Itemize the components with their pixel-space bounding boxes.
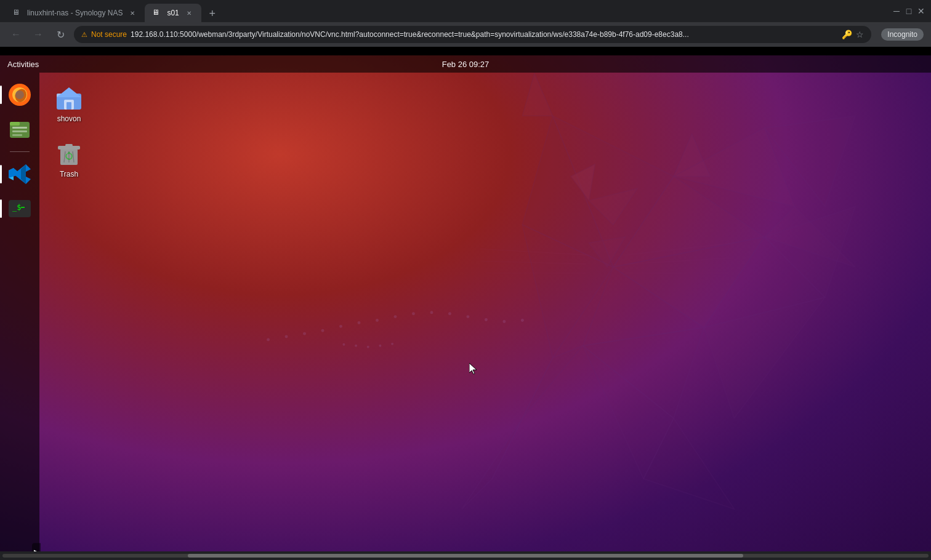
forward-button[interactable]: → — [30, 26, 47, 43]
tab-nas-favicon: 🖥 — [12, 8, 22, 18]
close-button[interactable]: ✕ — [916, 6, 926, 16]
scrollbar-thumb[interactable] — [188, 554, 743, 558]
trash-svg — [54, 138, 84, 167]
svg-marker-58 — [21, 164, 26, 184]
svg-marker-66 — [57, 87, 81, 97]
svg-text:_$: _$ — [12, 203, 21, 212]
title-bar: 🖥 linuxhint-nas - Synology NAS ✕ 🖥 s01 ✕… — [0, 0, 931, 22]
vscode-icon — [7, 162, 32, 186]
trash-icon-img — [54, 138, 84, 167]
new-tab-button[interactable]: + — [204, 5, 221, 22]
svg-rect-55 — [12, 130, 27, 132]
desktop-icon-home[interactable]: shovon — [44, 78, 94, 128]
tab-nas-close[interactable]: ✕ — [127, 8, 137, 18]
star-icon[interactable]: ☆ — [856, 30, 864, 39]
trash-icon-label: Trash — [60, 170, 78, 178]
home-icon-label: shovon — [57, 114, 81, 123]
scrollbar-track[interactable] — [2, 554, 929, 558]
tab-s01-close[interactable]: ✕ — [184, 8, 194, 18]
svg-rect-54 — [12, 127, 27, 129]
dock-item-files[interactable] — [5, 114, 34, 144]
dock-divider — [10, 151, 30, 152]
home-folder-icon-img — [54, 82, 84, 112]
reload-button[interactable]: ↻ — [52, 26, 69, 43]
security-label: Not secure — [91, 30, 127, 39]
tab-nas[interactable]: 🖥 linuxhint-nas - Synology NAS ✕ — [5, 4, 145, 22]
svg-rect-68 — [66, 102, 71, 110]
url-bar[interactable]: ⚠ Not secure 192.168.0.110:5000/webman/3… — [74, 26, 871, 43]
dock-item-terminal[interactable]: _$ — [5, 194, 34, 223]
gnome-dock: _$ ▶ — [0, 73, 39, 551]
tab-s01-label: s01 — [167, 9, 179, 17]
bookmark-icon[interactable]: 🔑 — [842, 30, 852, 39]
svg-rect-53 — [10, 122, 20, 126]
firefox-icon — [7, 82, 32, 107]
desktop-icon-trash[interactable]: Trash — [44, 133, 94, 183]
dock-item-vscode[interactable] — [5, 159, 34, 189]
tab-bar: 🖥 linuxhint-nas - Synology NAS ✕ 🖥 s01 ✕… — [5, 0, 892, 22]
browser-chrome: 🖥 linuxhint-nas - Synology NAS ✕ 🖥 s01 ✕… — [0, 0, 931, 47]
maximize-button[interactable]: □ — [904, 6, 914, 16]
activities-button[interactable]: Activities — [7, 60, 39, 69]
files-icon — [7, 117, 32, 142]
profile-button[interactable]: Incognito — [881, 28, 924, 41]
scrollbar-area — [0, 551, 931, 560]
svg-rect-63 — [21, 207, 25, 208]
terminal-icon: _$ — [7, 196, 32, 221]
url-text: 192.168.0.110:5000/webman/3rdparty/Virtu… — [131, 30, 838, 39]
tab-nas-label: linuxhint-nas - Synology NAS — [27, 9, 123, 17]
dock-item-firefox[interactable] — [5, 80, 34, 110]
desktop-area: Activities Feb 26 09:27 — [0, 55, 931, 551]
svg-rect-72 — [65, 144, 73, 146]
gnome-clock: Feb 26 09:27 — [442, 60, 490, 69]
minimize-button[interactable]: ─ — [892, 6, 901, 16]
tab-s01[interactable]: 🖥 s01 ✕ — [145, 4, 201, 22]
tab-s01-favicon: 🖥 — [152, 8, 162, 18]
gnome-topbar: Activities Feb 26 09:27 — [0, 55, 931, 73]
back-button[interactable]: ← — [7, 26, 25, 43]
address-bar: ← → ↻ ⚠ Not secure 192.168.0.110:5000/we… — [0, 22, 931, 47]
browser-right-icons: Incognito — [881, 28, 924, 41]
desktop-icons-area: shovon — [39, 73, 931, 551]
security-icon: ⚠ — [81, 31, 87, 39]
svg-rect-56 — [12, 134, 22, 136]
expand-panel-button[interactable]: ▶ — [32, 543, 41, 552]
window-controls: ─ □ ✕ — [892, 6, 926, 16]
home-folder-svg — [54, 82, 84, 112]
